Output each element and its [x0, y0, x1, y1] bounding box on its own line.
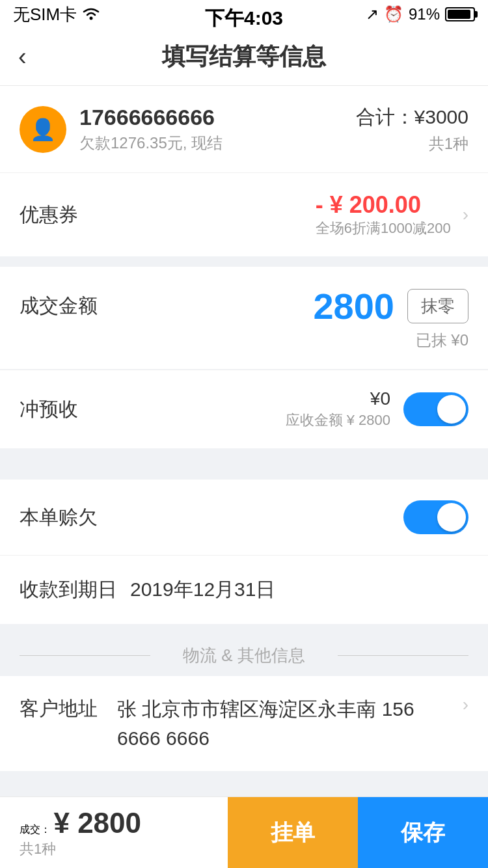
- user-left: 👤 17666666666 欠款1276.35元, 现结: [20, 105, 223, 154]
- amount-section: 成交金额 2800 抹零 已抹 ¥0: [0, 267, 488, 369]
- save-button[interactable]: 保存: [358, 797, 488, 869]
- deal-value: 2800: [313, 285, 394, 327]
- address-label: 客户地址: [20, 694, 98, 722]
- coupon-amount: - ¥ 200.00: [316, 191, 451, 219]
- bottom-deal-row: 成交： ¥ 2800: [20, 807, 208, 839]
- avatar: 👤: [20, 106, 66, 153]
- coupon-right: - ¥ 200.00 全场6折满1000减200 ›: [316, 191, 468, 238]
- content-area: 👤 17666666666 欠款1276.35元, 现结 合计：¥3000 共1…: [0, 86, 488, 849]
- credit-label: 本单赊欠: [20, 504, 98, 531]
- user-right: 合计：¥3000 共1种: [356, 104, 468, 154]
- alarm-icon: ⏰: [384, 5, 403, 23]
- order-count: 共1种: [356, 133, 468, 154]
- bottom-deal-amount: ¥ 2800: [53, 807, 141, 839]
- battery-icon: [445, 7, 475, 21]
- coupon-chevron: ›: [463, 204, 468, 225]
- due-row: 收款到期日 2019年12月31日: [0, 556, 488, 624]
- wifi-icon: [82, 8, 100, 21]
- bottom-summary: 成交： ¥ 2800 共1种: [0, 807, 228, 859]
- bottom-deal-label: 成交：: [20, 824, 51, 835]
- user-row: 👤 17666666666 欠款1276.35元, 现结 合计：¥3000 共1…: [0, 86, 488, 172]
- prepay-toggle[interactable]: [403, 392, 468, 426]
- logistics-line-right: [338, 655, 468, 656]
- prepay-label: 冲预收: [20, 396, 78, 423]
- prepay-value: ¥0: [286, 388, 390, 409]
- status-bar: 无SIM卡 下午4:03 ↗ ⏰ 91%: [0, 0, 488, 29]
- user-info: 17666666666 欠款1276.35元, 现结: [79, 105, 223, 154]
- coupon-desc: 全场6折满1000减200: [316, 219, 451, 238]
- prepay-right: ¥0 应收金额 ¥ 2800: [286, 388, 468, 430]
- user-info-card: 👤 17666666666 欠款1276.35元, 现结 合计：¥3000 共1…: [0, 86, 488, 256]
- carrier-text: 无SIM卡: [13, 3, 77, 26]
- round-button[interactable]: 抹零: [407, 289, 468, 323]
- bottom-bar: 成交： ¥ 2800 共1种 挂单 保存: [0, 796, 488, 868]
- user-phone: 17666666666: [79, 105, 223, 130]
- status-time: 下午4:03: [205, 5, 283, 32]
- credit-section: 本单赊欠: [0, 480, 488, 555]
- back-button[interactable]: ‹: [18, 43, 27, 71]
- logistics-divider: 物流 & 其他信息: [0, 634, 488, 676]
- due-date: 2019年12月31日: [130, 576, 275, 603]
- battery-percent: 91%: [409, 5, 440, 23]
- prepay-toggle-knob: [437, 395, 466, 424]
- nav-bar: ‹ 填写结算等信息: [0, 29, 488, 86]
- order-total: 合计：¥3000: [356, 104, 468, 131]
- address-chevron: ›: [463, 694, 468, 715]
- amount-row: 成交金额 2800 抹零: [20, 285, 468, 327]
- logistics-text: 物流 & 其他信息: [183, 644, 305, 667]
- status-right: ↗ ⏰ 91%: [366, 5, 475, 23]
- deal-sub: 已抹 ¥0: [20, 330, 468, 351]
- address-row[interactable]: 客户地址 张 北京市市辖区海淀区永丰南 156 6666 6666 ›: [0, 676, 488, 771]
- due-label: 收款到期日: [20, 576, 117, 603]
- address-section: 客户地址 张 北京市市辖区海淀区永丰南 156 6666 6666 ›: [0, 676, 488, 771]
- prepay-card: 冲预收 ¥0 应收金额 ¥ 2800: [0, 369, 488, 448]
- amount-right: 2800 抹零: [313, 285, 468, 327]
- bottom-deal-count: 共1种: [20, 839, 208, 859]
- user-debt: 欠款1276.35元, 现结: [79, 133, 223, 154]
- logistics-line-left: [20, 655, 150, 656]
- coupon-info: - ¥ 200.00 全场6折满1000减200: [316, 191, 451, 238]
- prepay-row: 冲预收 ¥0 应收金额 ¥ 2800: [0, 370, 488, 448]
- coupon-label: 优惠券: [20, 202, 78, 228]
- credit-row: 本单赊欠: [0, 480, 488, 555]
- section-divider-1: [0, 459, 488, 469]
- coupon-row[interactable]: 优惠券 - ¥ 200.00 全场6折满1000减200 ›: [0, 172, 488, 256]
- hold-button[interactable]: 挂单: [228, 797, 358, 869]
- prepay-amount: ¥0 应收金额 ¥ 2800: [286, 388, 390, 430]
- avatar-icon: 👤: [30, 117, 56, 142]
- address-value: 张 北京市市辖区海淀区永丰南 156 6666 6666: [117, 694, 457, 753]
- svg-point-0: [90, 17, 93, 20]
- location-icon: ↗: [366, 5, 379, 23]
- credit-toggle-knob: [437, 503, 466, 532]
- prepay-sub: 应收金额 ¥ 2800: [286, 411, 390, 430]
- credit-toggle[interactable]: [403, 500, 468, 534]
- amount-label: 成交金额: [20, 293, 98, 319]
- page-title: 填写结算等信息: [162, 41, 326, 73]
- due-section: 收款到期日 2019年12月31日: [0, 555, 488, 624]
- status-left: 无SIM卡: [13, 3, 100, 26]
